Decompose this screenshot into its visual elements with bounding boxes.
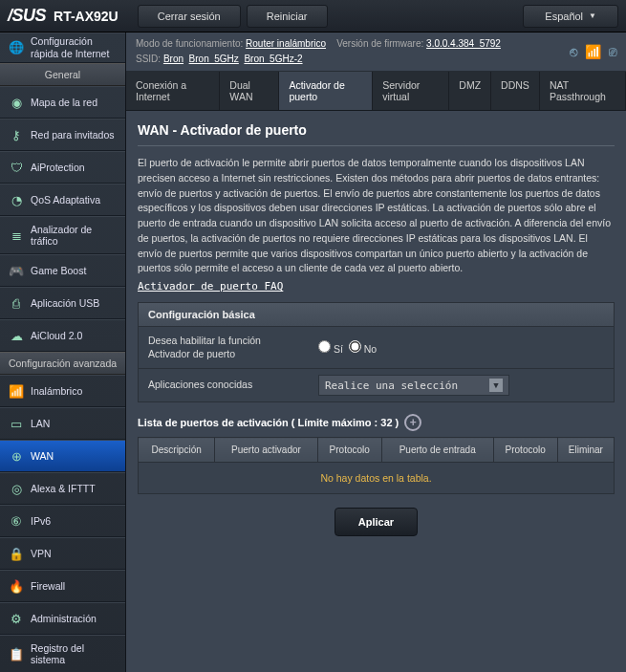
section-header-basic: Configuración básica [138,302,615,327]
table-col-header: Descripción [139,438,215,463]
menu-icon: 🛡 [8,159,25,176]
mode-label: Modo de funcionamiento: [136,38,243,49]
sidebar-item-label: Configuración rápida de Internet [31,35,118,59]
ssid-value[interactable]: Bron_5GHz [189,54,239,64]
table-col-header: Eliminar [557,438,614,463]
menu-icon: ⚙ [8,610,25,627]
table-col-header: Protocolo [493,438,557,463]
port-table: DescripciónPuerto activadorProtocoloPuer… [138,437,615,494]
sidebar-item-label: QoS Adaptativa [31,194,100,206]
tab-1[interactable]: Dual WAN [220,72,279,110]
form-row-enable: Desea habilitar la función Activador de … [138,327,615,369]
sidebar-item-adv-3[interactable]: ◎ Alexa & IFTTT [0,472,125,505]
sidebar-item-adv-0[interactable]: 📶 Inalámbrico [0,375,125,407]
tab-4[interactable]: DMZ [449,72,491,110]
tab-0[interactable]: Conexión a Internet [126,72,220,110]
sidebar-item-label: AiCloud 2.0 [31,330,82,341]
menu-icon: 🎮 [8,262,25,279]
sidebar-header-general: General [0,63,125,86]
brand-logo: /SUS [8,6,46,26]
menu-icon: 🔥 [8,577,25,595]
language-select[interactable]: Español ▼ [523,5,618,28]
signal-icon[interactable]: ⎋ [570,41,577,62]
enable-yes[interactable]: Sí [318,340,343,355]
tab-5[interactable]: DDNS [491,72,540,110]
add-row-button[interactable]: + [404,414,421,431]
enable-no[interactable]: No [349,340,377,355]
sidebar-item-adv-1[interactable]: ▭ LAN [0,407,125,440]
sidebar-item-label: WAN [31,450,54,462]
info-bar: Modo de funcionamiento: Router inalámbri… [126,33,626,72]
menu-icon: ⎙ [8,294,25,312]
fw-value[interactable]: 3.0.0.4.384_5792 [426,38,501,49]
page-description: El puerto de activación le permite abrir… [138,156,615,276]
sidebar-item-adv-6[interactable]: 🔥 Firewall [0,570,125,602]
page-title: WAN - Activador de puerto [138,122,615,138]
sidebar-header-advanced: Configuración avanzada [0,352,125,375]
menu-icon: ◎ [8,480,25,497]
sidebar-item-label: Registro del sistema [31,642,118,665]
menu-icon: ◉ [8,94,25,111]
content-area: WAN - Activador de puerto El puerto de a… [126,111,626,672]
sidebar: 🌐 Configuración rápida de Internet Gener… [0,33,126,672]
tab-bar: Conexión a InternetDual WANActivador de … [126,72,626,111]
ssid-value[interactable]: Bron [163,54,183,64]
globe-icon: 🌐 [8,39,25,56]
sidebar-item-adv-7[interactable]: ⚙ Administración [0,602,125,635]
sidebar-item-label: Game Boost [31,265,86,276]
apply-button[interactable]: Aplicar [335,508,418,536]
reboot-button[interactable]: Reiniciar [247,5,328,28]
sidebar-item-general-3[interactable]: ◔ QoS Adaptativa [0,184,125,216]
form-row-apps: Aplicaciones conocidas Realice una selec… [138,369,615,402]
sidebar-item-adv-8[interactable]: 📋 Registro del sistema [0,635,125,672]
sidebar-item-label: Red para invitados [31,129,115,141]
sidebar-item-general-6[interactable]: ⎙ Aplicación USB [0,287,125,319]
sidebar-item-label: VPN [31,548,52,559]
tab-2[interactable]: Activador de puerto [279,72,373,110]
menu-icon: 📶 [8,382,25,400]
menu-icon: ⑥ [8,512,25,530]
sidebar-item-general-2[interactable]: 🛡 AiProtection [0,151,125,184]
chevron-down-icon: ▼ [489,379,503,392]
sidebar-item-label: IPv6 [31,515,51,527]
menu-icon: ⊕ [8,447,25,465]
top-bar: /SUS RT-AX92U Cerrar sesión Reiniciar Es… [0,0,626,33]
wifi-icon[interactable]: 📶 [585,41,601,62]
sidebar-item-label: Aplicación USB [31,297,99,309]
sidebar-item-label: LAN [31,418,50,429]
apps-select-value: Realice una selección [325,379,458,392]
model-name: RT-AX92U [54,9,119,24]
tab-3[interactable]: Servidor virtual [373,72,449,110]
usb-icon[interactable]: ⎚ [609,41,616,62]
menu-icon: ☁ [8,327,25,344]
chevron-down-icon: ▼ [589,11,596,20]
sidebar-item-adv-2[interactable]: ⊕ WAN [0,440,125,472]
menu-icon: ▭ [8,415,25,432]
sidebar-item-label: Administración [31,613,97,624]
sidebar-item-label: AiProtection [31,162,85,173]
sidebar-item-label: Mapa de la red [31,97,97,108]
fw-label: Versión de firmware: [336,38,423,49]
apps-label: Aplicaciones conocidas [139,371,309,400]
tab-6[interactable]: NAT Passthrough [540,72,626,110]
sidebar-item-label: Analizador de tráfico [31,224,118,247]
sidebar-item-general-5[interactable]: 🎮 Game Boost [0,254,125,287]
table-empty-message: No hay datos en la tabla. [139,463,615,494]
apps-select[interactable]: Realice una selección ▼ [318,375,509,396]
ssid-label: SSID: [136,54,161,64]
sidebar-item-general-1[interactable]: ⚷ Red para invitados [0,119,125,151]
enable-label: Desea habilitar la función Activador de … [139,327,309,368]
sidebar-item-adv-5[interactable]: 🔒 VPN [0,537,125,570]
sidebar-item-adv-4[interactable]: ⑥ IPv6 [0,505,125,537]
sidebar-item-general-4[interactable]: ≣ Analizador de tráfico [0,216,125,254]
sidebar-item-general-0[interactable]: ◉ Mapa de la red [0,86,125,119]
table-col-header: Puerto activador [215,438,317,463]
main-panel: Modo de funcionamiento: Router inalámbri… [126,33,626,672]
sidebar-item-general-7[interactable]: ☁ AiCloud 2.0 [0,319,125,352]
logout-button[interactable]: Cerrar sesión [138,5,241,28]
menu-icon: 📋 [8,645,25,662]
mode-value[interactable]: Router inalámbrico [246,38,326,49]
sidebar-quick-setup[interactable]: 🌐 Configuración rápida de Internet [0,33,125,63]
faq-link[interactable]: Activador de puerto FAQ [138,280,283,293]
ssid-value[interactable]: Bron_5GHz-2 [244,54,302,64]
